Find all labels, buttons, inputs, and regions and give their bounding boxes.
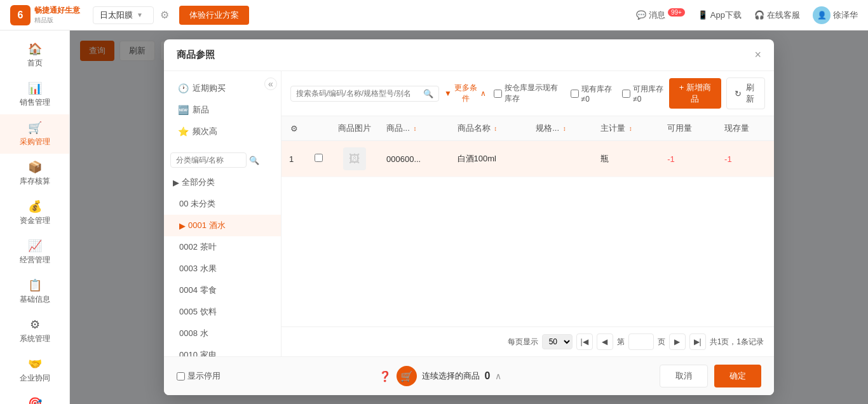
logo-icon: 6 — [10, 5, 31, 25]
modal-body: 🕐 近期购买 🆕 新品 ⭐ 频次高 — [164, 71, 774, 356]
col-header-code[interactable]: 商品... ↕ — [379, 116, 450, 141]
message-button[interactable]: 💬 消息 99+ — [636, 10, 685, 21]
checkbox-stock-nonzero[interactable]: 现有库存≠0 — [571, 84, 613, 104]
cell-image: 🖼 — [330, 141, 379, 177]
col-header-unit[interactable]: 主计量 ↕ — [593, 116, 660, 141]
double-left-icon: « — [268, 79, 273, 89]
category-snacks[interactable]: 0004 零食 — [164, 279, 281, 301]
category-appliances[interactable]: 0010 家电 — [164, 344, 281, 356]
user-profile[interactable]: 👤 徐泽华 — [813, 6, 858, 24]
sort-icon-code: ↕ — [413, 125, 416, 132]
modal-overlay: 商品参照 × 🕐 近期购买 🆕 — [70, 30, 868, 404]
sidebar-item-purchase[interactable]: 🛒 采购管理 — [0, 114, 69, 154]
app-download-button[interactable]: 📱 App下载 — [698, 10, 742, 21]
category-alcohol[interactable]: ▶ 0001 酒水 — [164, 215, 281, 236]
modal-header: 商品参照 × — [164, 39, 774, 71]
next-page-button[interactable]: ▶ — [669, 333, 686, 350]
confirm-button[interactable]: 确定 — [714, 365, 761, 387]
cell-stock: -1 — [717, 141, 774, 177]
help-icon[interactable]: ❓ — [379, 370, 391, 382]
nav-right: 💬 消息 99+ 📱 App下载 🎧 在线客服 👤 徐泽华 — [636, 6, 858, 24]
category-search: 🔍 — [164, 149, 281, 172]
sort-icon-name: ↕ — [494, 125, 497, 132]
product-reference-modal: 商品参照 × 🕐 近期购买 🆕 — [164, 39, 774, 395]
category-all[interactable]: ▶ 全部分类 — [164, 172, 281, 193]
nav-center: 日太阳膜 ▼ ⚙ 体验行业方案 — [80, 6, 636, 25]
purchase-icon: 🛒 — [28, 121, 42, 135]
avatar: 👤 — [813, 6, 831, 24]
category-drinks[interactable]: 0005 饮料 — [164, 301, 281, 323]
product-image-placeholder: 🖼 — [343, 147, 366, 170]
product-search-wrap: 🔍 — [290, 86, 439, 102]
category-search-input[interactable] — [170, 152, 247, 168]
online-service-button[interactable]: 🎧 在线客服 — [754, 10, 800, 21]
category-unclassified[interactable]: 00 未分类 — [164, 193, 281, 215]
cancel-button[interactable]: 取消 — [660, 365, 708, 387]
prev-page-button[interactable]: ◀ — [597, 333, 613, 350]
checkbox-show-stock-input[interactable] — [494, 90, 502, 98]
cell-check[interactable] — [307, 141, 330, 177]
refresh-icon: ↻ — [735, 89, 742, 98]
operations-icon: 📈 — [28, 239, 42, 253]
category-water[interactable]: 0008 水 — [164, 323, 281, 344]
footer-right: 取消 确定 — [660, 365, 761, 387]
sidebar-item-inventory[interactable]: 📦 库存核算 — [0, 154, 69, 193]
sidebar-item-system[interactable]: ⚙ 系统管理 — [0, 311, 69, 351]
filter-frequent[interactable]: ⭐ 频次高 — [170, 121, 275, 142]
product-table-area: ⚙ 商品图片 商品... ↕ — [281, 116, 774, 327]
basic-info-icon: 📋 — [28, 278, 42, 292]
top-navigation: 6 畅捷通好生意 精品版 日太阳膜 ▼ ⚙ 体验行业方案 💬 消息 99+ 📱 … — [0, 0, 868, 30]
sidebar-item-operations[interactable]: 📈 经营管理 — [0, 232, 69, 272]
cart-icon[interactable]: 🛒 — [397, 366, 417, 386]
row-checkbox[interactable] — [315, 154, 323, 162]
headset-icon: 🎧 — [754, 10, 764, 20]
cell-code: 000600... — [379, 141, 450, 177]
filter-new[interactable]: 🆕 新品 — [170, 99, 275, 121]
brand-text: 畅捷通好生意 精品版 — [34, 5, 80, 25]
sidebar-item-newbie[interactable]: 🎯 新手引导 — [0, 390, 69, 404]
filter-top: 🕐 近期购买 🆕 新品 ⭐ 频次高 — [164, 77, 281, 149]
col-header-spec[interactable]: 规格... ↕ — [528, 116, 593, 141]
page-number-input[interactable]: 1 — [628, 333, 654, 350]
first-page-button[interactable]: |◀ — [576, 333, 593, 350]
modal-footer: 显示停用 ❓ 🛒 连续选择的商品 0 ∧ 取消 确定 — [164, 356, 774, 395]
pagination: 每页显示 50 |◀ ◀ 第 1 页 ▶ ▶| 共1页，1条记录 — [281, 327, 774, 356]
checkbox-available-nonzero-input[interactable] — [622, 90, 630, 98]
page-size-select[interactable]: 50 — [542, 334, 573, 349]
checkbox-show-stock[interactable]: 按仓库显示现有库存 — [494, 83, 560, 104]
collapse-panel-button[interactable]: « — [264, 77, 277, 90]
newbie-icon: 🎯 — [28, 396, 42, 404]
store-selector[interactable]: 日太阳膜 ▼ — [93, 6, 154, 24]
sidebar-item-sales[interactable]: 📊 销售管理 — [0, 75, 69, 114]
close-button[interactable]: × — [754, 48, 761, 62]
sidebar-item-finance[interactable]: 💰 资金管理 — [0, 193, 69, 232]
add-product-button[interactable]: + 新增商品 — [669, 78, 721, 109]
last-page-button[interactable]: ▶| — [689, 333, 706, 350]
trial-button[interactable]: 体验行业方案 — [179, 6, 249, 25]
sidebar-item-enterprise[interactable]: 🤝 企业协同 — [0, 351, 69, 390]
category-tea[interactable]: 0002 茶叶 — [164, 236, 281, 258]
show-disabled-checkbox[interactable]: 显示停用 — [177, 370, 220, 382]
show-disabled-input[interactable] — [177, 372, 185, 380]
filter-recent[interactable]: 🕐 近期购买 — [170, 77, 275, 99]
content-area: 查询 刷新 设置 商品参照 × 🕐 — [70, 30, 868, 404]
category-fruit[interactable]: 0003 水果 — [164, 258, 281, 279]
table-row[interactable]: 1 🖼 — [281, 141, 774, 177]
refresh-table-button[interactable]: ↻ 刷新 — [726, 77, 765, 109]
main-layout: 🏠 首页 📊 销售管理 🛒 采购管理 📦 库存核算 💰 资金管理 📈 经营管理 … — [0, 30, 868, 404]
search-icon[interactable]: 🔍 — [423, 89, 433, 98]
category-search-icon[interactable]: 🔍 — [249, 156, 259, 165]
sidebar-item-home[interactable]: 🏠 首页 — [0, 36, 69, 75]
cell-unit: 瓶 — [593, 141, 660, 177]
col-header-name[interactable]: 商品名称 ↕ — [450, 116, 529, 141]
checkbox-available-nonzero[interactable]: 可用库存≠0 — [622, 84, 664, 104]
sidebar-item-basic-info[interactable]: 📋 基础信息 — [0, 272, 69, 311]
product-search-input[interactable] — [296, 89, 423, 98]
settings-icon[interactable]: ⚙ — [160, 9, 169, 21]
col-header-settings[interactable]: ⚙ — [281, 116, 307, 141]
cart-collapse-button[interactable]: ∧ — [495, 371, 501, 381]
more-filter-button[interactable]: ▼ 更多条件 ∧ — [444, 83, 486, 104]
sidebar: 🏠 首页 📊 销售管理 🛒 采购管理 📦 库存核算 💰 资金管理 📈 经营管理 … — [0, 30, 70, 404]
category-list: ▶ 全部分类 00 未分类 ▶ 0001 酒水 0002 茶 — [164, 172, 281, 356]
checkbox-stock-nonzero-input[interactable] — [571, 90, 579, 98]
